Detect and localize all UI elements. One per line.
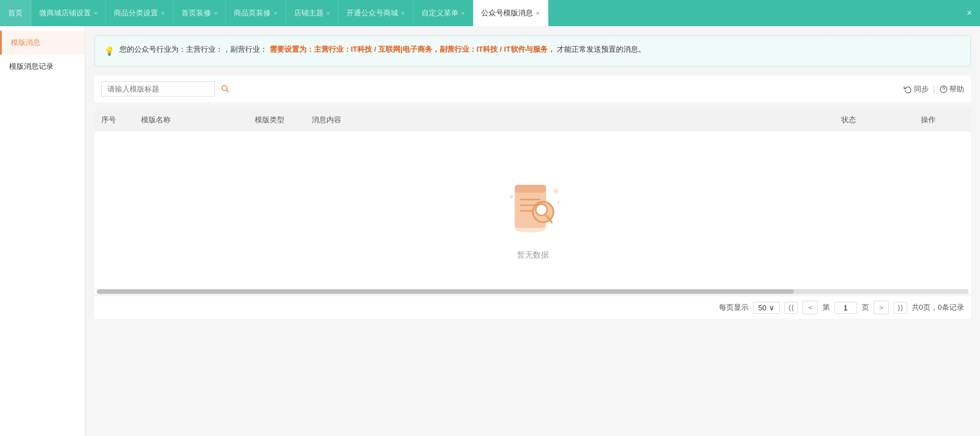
- per-page-select[interactable]: 50 ∨: [753, 302, 779, 314]
- tab-custom-menu-label: 自定义菜单: [421, 8, 458, 18]
- tab-category-settings[interactable]: 商品分类设置 ×: [106, 0, 173, 26]
- col-header-content: 消息内容: [305, 109, 834, 131]
- page-label: 第: [822, 302, 830, 313]
- tab-home[interactable]: 首页: [0, 0, 31, 26]
- top-nav-bar: 首页 微商城店铺设置 × 商品分类设置 × 首页装修 × 商品页装修 × 店铺主…: [0, 0, 980, 26]
- tab-shop-theme[interactable]: 店铺主题 ×: [286, 0, 338, 26]
- tab-home-decoration[interactable]: 首页装修 ×: [173, 0, 226, 26]
- close-icon[interactable]: ×: [536, 10, 539, 16]
- col-header-status: 状态: [834, 109, 914, 131]
- svg-point-11: [536, 204, 547, 215]
- search-icon: [221, 84, 229, 93]
- empty-state-cell: 暂无数据: [94, 131, 971, 289]
- toolbar-right: 同步 | 帮助: [904, 84, 964, 94]
- horizontal-scrollbar-area: [94, 289, 971, 294]
- close-all-tabs-button[interactable]: ×: [959, 8, 980, 18]
- close-icon[interactable]: ×: [461, 10, 465, 16]
- search-area: [101, 81, 233, 97]
- sync-icon: [904, 85, 912, 93]
- tab-open-mall[interactable]: 开通公众号商城 ×: [338, 0, 413, 26]
- help-label: 帮助: [949, 84, 964, 94]
- page-unit: 页: [862, 302, 869, 313]
- sync-button[interactable]: 同步: [904, 84, 929, 94]
- notice-box: 💡 您的公众号行业为：主营行业：，副营行业： 需要设置为：主营行业：IT科技 /…: [94, 35, 971, 67]
- toolbar-row: 同步 | 帮助: [94, 76, 971, 102]
- main-layout: 模版消息 模版消息记录 💡 您的公众号行业为：主营行业：，副营行业： 需要设置为…: [0, 26, 980, 436]
- next-page-button[interactable]: ＞: [874, 301, 889, 314]
- per-page-label: 每页显示: [719, 302, 749, 313]
- col-header-action: 操作: [914, 109, 971, 131]
- sidebar-item-template-message[interactable]: 模版消息: [0, 31, 85, 55]
- svg-point-13: [510, 195, 513, 198]
- col-header-name: 模版名称: [134, 109, 248, 131]
- tab-category-settings-label: 商品分类设置: [114, 8, 158, 18]
- tab-custom-menu[interactable]: 自定义菜单 ×: [413, 0, 473, 26]
- tab-product-decoration-label: 商品页装修: [234, 8, 271, 18]
- col-header-type: 模版类型: [248, 109, 305, 131]
- sync-label: 同步: [914, 84, 929, 94]
- svg-point-14: [553, 189, 558, 193]
- content-area: 💡 您的公众号行业为：主营行业：，副营行业： 需要设置为：主营行业：IT科技 /…: [85, 26, 980, 436]
- table-header-row: 序号 模版名称 模版类型 消息内容 状态: [94, 109, 971, 131]
- tab-open-mall-label: 开通公众号商城: [346, 8, 398, 18]
- col-header-seq: 序号: [94, 109, 134, 131]
- search-input[interactable]: [101, 81, 215, 97]
- data-table: 序号 模版名称 模版类型 消息内容 状态: [94, 109, 971, 289]
- page-number-input[interactable]: [834, 302, 857, 314]
- sidebar-item-template-record[interactable]: 模版消息记录: [0, 55, 85, 78]
- bulb-icon: 💡: [104, 44, 115, 58]
- tab-shop-theme-label: 店铺主题: [294, 8, 324, 18]
- empty-state: 暂无数据: [101, 137, 964, 283]
- tab-shop-settings[interactable]: 微商城店铺设置 ×: [31, 0, 106, 26]
- empty-state-row: 暂无数据: [94, 131, 971, 289]
- close-icon[interactable]: ×: [274, 10, 277, 16]
- close-icon[interactable]: ×: [94, 10, 97, 16]
- close-icon[interactable]: ×: [326, 10, 330, 16]
- svg-point-0: [222, 85, 228, 90]
- per-page-value: 50: [758, 304, 766, 312]
- empty-state-icon: [499, 171, 567, 239]
- tab-template-message[interactable]: 公众号模版消息 ×: [473, 0, 548, 26]
- close-icon[interactable]: ×: [214, 10, 217, 16]
- search-button[interactable]: [217, 82, 233, 97]
- tab-product-decoration[interactable]: 商品页装修 ×: [226, 0, 286, 26]
- tab-shop-settings-label: 微商城店铺设置: [39, 8, 91, 18]
- chevron-down-icon: ∨: [769, 304, 775, 312]
- first-page-button[interactable]: ⟨⟨: [784, 302, 798, 314]
- empty-text: 暂无数据: [101, 250, 964, 260]
- pagination-row: 每页显示 50 ∨ ⟨⟨ ＜ 第 页 ＞ ⟩⟩ 共0页，0条记录: [94, 296, 971, 319]
- prev-page-button[interactable]: ＜: [803, 301, 818, 314]
- svg-line-1: [226, 90, 228, 92]
- total-info: 共0页，0条记录: [912, 302, 964, 313]
- tab-home-decoration-label: 首页装修: [181, 8, 211, 18]
- close-icon[interactable]: ×: [401, 10, 404, 16]
- tab-template-message-label: 公众号模版消息: [481, 8, 533, 18]
- help-button[interactable]: 帮助: [940, 84, 964, 94]
- scrollbar-thumb: [97, 289, 794, 294]
- svg-rect-6: [515, 185, 546, 193]
- close-icon[interactable]: ×: [161, 10, 164, 16]
- help-icon: [940, 85, 948, 93]
- last-page-button[interactable]: ⟩⟩: [894, 302, 907, 314]
- horizontal-scrollbar[interactable]: [97, 289, 969, 294]
- svg-point-15: [557, 201, 560, 204]
- divider: |: [933, 85, 935, 93]
- tab-home-label: 首页: [8, 8, 23, 18]
- sidebar-item-label: 模版消息记录: [9, 62, 53, 70]
- sidebar: 模版消息 模版消息记录: [0, 26, 85, 436]
- notice-text: 您的公众号行业为：主营行业：，副营行业： 需要设置为：主营行业：IT科技 / 互…: [119, 44, 646, 56]
- sidebar-item-label: 模版消息: [11, 38, 40, 47]
- data-table-wrapper: 序号 模版名称 模版类型 消息内容 状态: [94, 109, 971, 289]
